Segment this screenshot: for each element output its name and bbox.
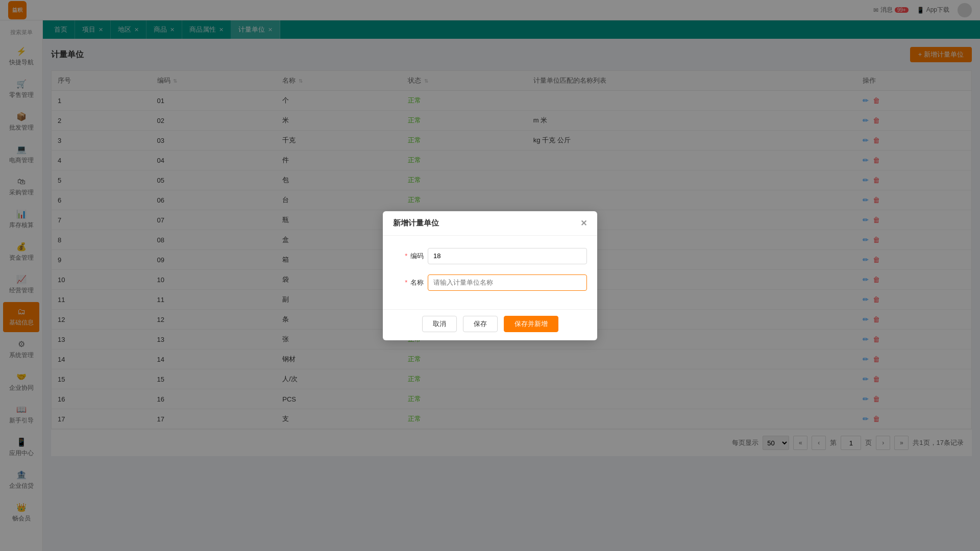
modal-header: 新增计量单位 ✕ [383, 211, 597, 236]
modal-add-unit: 新增计量单位 ✕ * 编码 * 名称 取消 保存 保存并新增 [383, 211, 597, 340]
modal-title: 新增计量单位 [393, 218, 439, 228]
form-row-name: * 名称 [393, 274, 587, 291]
name-input[interactable] [428, 274, 587, 291]
name-label: * 名称 [393, 278, 424, 287]
code-label: * 编码 [393, 252, 424, 261]
modal-footer: 取消 保存 保存并新增 [383, 309, 597, 340]
form-row-code: * 编码 [393, 248, 587, 264]
required-star: * [405, 252, 407, 260]
modal-overlay[interactable]: 新增计量单位 ✕ * 编码 * 名称 取消 保存 保存并新增 [0, 0, 980, 551]
save-and-new-button[interactable]: 保存并新增 [504, 316, 558, 332]
cancel-button[interactable]: 取消 [422, 316, 457, 332]
modal-close-button[interactable]: ✕ [580, 218, 587, 228]
save-button[interactable]: 保存 [463, 316, 498, 332]
required-star-name: * [405, 279, 407, 286]
code-input[interactable] [428, 248, 587, 264]
modal-body: * 编码 * 名称 [383, 236, 597, 309]
